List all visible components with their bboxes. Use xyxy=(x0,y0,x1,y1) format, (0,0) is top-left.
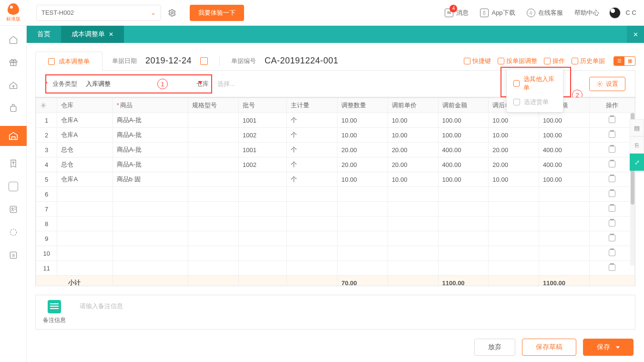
cell-product[interactable] xyxy=(112,231,188,246)
cell-product[interactable] xyxy=(112,202,188,217)
doc-date-value[interactable]: 2019-12-24 xyxy=(145,56,192,66)
cell-batch[interactable]: 1001 xyxy=(238,143,286,157)
cell-delete[interactable] xyxy=(589,246,634,261)
cell-amt-after[interactable]: 100.00 xyxy=(539,113,590,128)
rail-expand-icon[interactable]: ⤢ xyxy=(630,154,644,171)
org-selector[interactable]: TEST-H002 ⌄ xyxy=(36,5,161,21)
col-qty[interactable]: 调整数量 xyxy=(337,98,388,113)
nav-contacts[interactable] xyxy=(8,204,19,215)
cell-price-after[interactable] xyxy=(489,261,539,276)
cell-uom[interactable]: 个 xyxy=(287,113,337,128)
nav-bag[interactable] xyxy=(8,103,19,114)
cell-amt-after[interactable]: 400.00 xyxy=(539,143,590,157)
cell-qty[interactable]: 20.00 xyxy=(337,143,388,157)
nav-warehouse-active[interactable] xyxy=(0,126,27,146)
tab-home[interactable]: 首页 xyxy=(27,26,61,43)
col-amt-before[interactable]: 调前金额 xyxy=(438,98,489,113)
cell-product[interactable]: 商品A-批 xyxy=(112,157,188,172)
action-by-doc-adjust[interactable]: 按单据调整 xyxy=(498,57,537,65)
cell-uom[interactable] xyxy=(287,187,337,202)
close-all-tabs[interactable]: ✕ xyxy=(627,26,644,43)
cell-warehouse[interactable] xyxy=(57,217,112,231)
cell-amt-before[interactable] xyxy=(438,246,489,261)
cell-batch[interactable]: 1002 xyxy=(238,157,286,172)
user-menu[interactable]: C C xyxy=(609,7,636,19)
messages-link[interactable]: ✉ 4 消息 xyxy=(445,9,469,17)
cell-warehouse[interactable]: 仓库A xyxy=(57,172,112,187)
gear-icon[interactable] xyxy=(168,9,176,17)
cell-uom[interactable]: 个 xyxy=(287,157,337,172)
cell-uom[interactable]: 个 xyxy=(287,172,337,187)
cell-delete[interactable] xyxy=(589,143,634,157)
cell-price-after[interactable] xyxy=(489,231,539,246)
cell-uom[interactable]: 个 xyxy=(287,143,337,157)
help-center-link[interactable]: 帮助中心 xyxy=(574,9,599,17)
discard-button[interactable]: 放弃 xyxy=(474,339,515,356)
table-row[interactable]: 5仓库A商品b 固个10.0010.00100.0010.00100.00 xyxy=(36,172,635,187)
nav-new[interactable]: 新 xyxy=(8,250,19,260)
cell-price-before[interactable] xyxy=(388,231,438,246)
cell-uom[interactable] xyxy=(287,231,337,246)
cell-spec[interactable] xyxy=(188,187,239,202)
cell-qty[interactable] xyxy=(337,202,388,217)
cell-uom[interactable] xyxy=(287,261,337,276)
cell-batch[interactable] xyxy=(238,172,286,187)
cell-product[interactable]: 商品A-批 xyxy=(112,128,188,143)
cell-price-before[interactable]: 10.00 xyxy=(388,113,438,128)
cell-spec[interactable] xyxy=(188,217,239,231)
cell-price-after[interactable] xyxy=(489,202,539,217)
table-row[interactable]: 1仓库A商品A-批1001个10.0010.00100.0010.00100.0… xyxy=(36,113,635,128)
cell-product[interactable]: 商品A-批 xyxy=(112,113,188,128)
col-batch[interactable]: 批号 xyxy=(238,98,286,113)
cell-price-after[interactable]: 20.00 xyxy=(489,157,539,172)
cell-uom[interactable] xyxy=(287,246,337,261)
cell-batch[interactable] xyxy=(238,231,286,246)
nav-gift[interactable] xyxy=(8,57,19,68)
cell-qty[interactable] xyxy=(337,261,388,276)
table-row[interactable]: 8 xyxy=(36,217,635,231)
cell-delete[interactable] xyxy=(589,157,634,172)
table-row[interactable]: 4总仓商品A-批1002个20.0020.00400.0020.00400.00 xyxy=(36,157,635,172)
cell-amt-before[interactable] xyxy=(438,217,489,231)
cell-spec[interactable] xyxy=(188,246,239,261)
cell-price-after[interactable] xyxy=(489,217,539,231)
app-download-link[interactable]: ▯ App下载 xyxy=(480,9,515,17)
cell-batch[interactable] xyxy=(238,202,286,217)
list-view-icon[interactable]: ☰ xyxy=(614,57,624,65)
cell-price-before[interactable]: 20.00 xyxy=(388,157,438,172)
col-spec[interactable]: 规格型号 xyxy=(188,98,239,113)
cell-price-before[interactable]: 20.00 xyxy=(388,143,438,157)
view-toggle[interactable]: ☰ ▦ xyxy=(613,56,635,66)
cell-price-after[interactable]: 10.00 xyxy=(489,172,539,187)
cell-delete[interactable] xyxy=(589,172,634,187)
online-service-link[interactable]: ♫ 在线客服 xyxy=(527,9,563,17)
cell-qty[interactable] xyxy=(337,217,388,231)
cell-qty[interactable] xyxy=(337,246,388,261)
cell-delete[interactable] xyxy=(589,202,634,217)
popup-item-other-inbound[interactable]: 选其他入库单 xyxy=(507,72,563,95)
col-config[interactable] xyxy=(36,98,57,113)
nav-finance[interactable] xyxy=(8,158,19,169)
cell-warehouse[interactable] xyxy=(57,231,112,246)
cell-price-before[interactable] xyxy=(388,217,438,231)
table-row[interactable]: 7 xyxy=(36,202,635,217)
col-warehouse[interactable]: 仓库 xyxy=(57,98,112,113)
cell-spec[interactable] xyxy=(188,202,239,217)
close-icon[interactable]: ✕ xyxy=(109,31,113,38)
table-row[interactable]: 6 xyxy=(36,187,635,202)
save-button[interactable]: 保存 xyxy=(583,339,634,356)
cell-batch[interactable] xyxy=(238,217,286,231)
cell-warehouse[interactable]: 总仓 xyxy=(57,157,112,172)
doc-type-tab[interactable]: 成本调整单 xyxy=(35,52,102,71)
cell-qty[interactable]: 10.00 xyxy=(337,113,388,128)
cell-qty[interactable] xyxy=(337,231,388,246)
cell-amt-before[interactable]: 100.00 xyxy=(438,128,489,143)
cell-price-after[interactable]: 10.00 xyxy=(489,128,539,143)
cell-amt-after[interactable] xyxy=(539,231,590,246)
cell-price-after[interactable]: 10.00 xyxy=(489,113,539,128)
cell-price-after[interactable]: 20.00 xyxy=(489,143,539,157)
cell-amt-before[interactable] xyxy=(438,187,489,202)
cell-amt-before[interactable]: 100.00 xyxy=(438,113,489,128)
cell-product[interactable]: 商品b 固 xyxy=(112,172,188,187)
table-row[interactable]: 10 xyxy=(36,246,635,261)
